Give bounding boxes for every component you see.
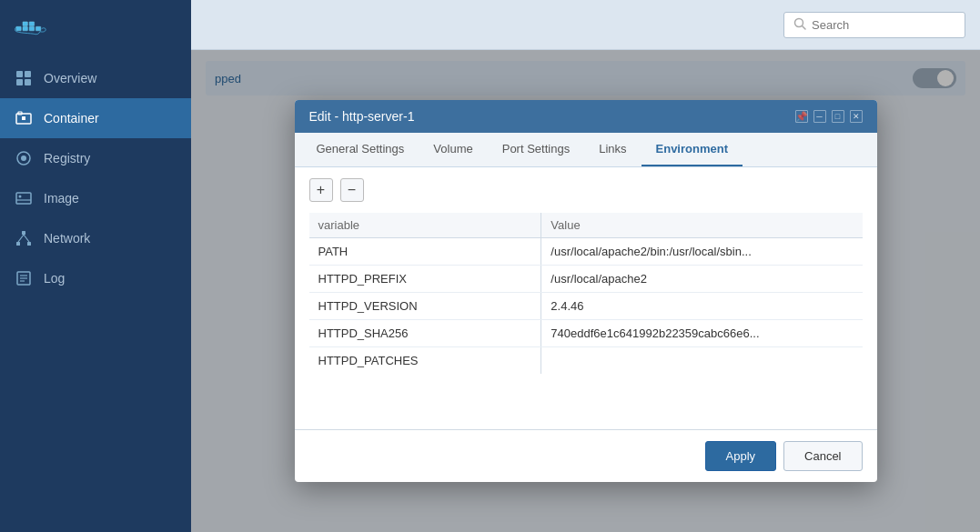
env-value-cell: /usr/local/apache2/bin:/usr/local/sbin..… [541, 238, 863, 266]
svg-rect-8 [16, 79, 23, 85]
sidebar-item-label: Overview [44, 71, 96, 85]
sidebar-item-overview[interactable]: Overview [0, 58, 191, 98]
env-variable-cell: PATH [309, 238, 541, 266]
svg-rect-1 [23, 26, 27, 31]
add-env-button[interactable]: + [309, 178, 333, 202]
app-logo [0, 0, 191, 58]
env-value-cell: 740eddf6e1c641992b22359cabc66e6... [541, 320, 863, 347]
env-value-cell [541, 347, 863, 375]
svg-rect-18 [22, 231, 25, 235]
apply-button[interactable]: Apply [705, 441, 777, 471]
col-header-value: Value [541, 213, 863, 238]
col-header-variable: variable [309, 213, 541, 238]
tab-volume[interactable]: Volume [419, 133, 487, 166]
svg-rect-20 [27, 242, 31, 246]
pin-button[interactable]: 📌 [795, 110, 808, 123]
container-icon [15, 109, 33, 127]
svg-rect-9 [25, 79, 31, 85]
env-value-cell: 2.4.46 [541, 293, 863, 320]
env-value-cell: /usr/local/apache2 [541, 266, 863, 293]
sidebar-item-label: Registry [44, 151, 90, 166]
network-icon [15, 229, 33, 247]
table-row[interactable]: HTTPD_VERSION 2.4.46 [309, 293, 863, 320]
search-icon [793, 17, 806, 33]
sidebar-item-log[interactable]: Log [0, 258, 191, 298]
maximize-button[interactable]: □ [832, 110, 844, 123]
minimize-button[interactable]: ─ [813, 110, 826, 123]
tab-environment[interactable]: Environment [642, 133, 743, 166]
env-table: variable Value PATH /usr/local/apache2/b… [309, 213, 863, 374]
sidebar-item-image[interactable]: Image [0, 178, 191, 218]
cancel-button[interactable]: Cancel [783, 441, 862, 471]
svg-rect-19 [16, 242, 20, 246]
env-variable-cell: HTTPD_PREFIX [309, 266, 541, 293]
grid-icon [15, 69, 33, 87]
env-variable-cell: HTTPD_SHA256 [309, 320, 541, 347]
toolbar-row: + − [309, 178, 863, 202]
tab-links[interactable]: Links [584, 133, 641, 166]
close-button[interactable]: ✕ [850, 110, 863, 123]
svg-rect-4 [29, 22, 34, 26]
table-row[interactable]: HTTPD_PATCHES [309, 347, 863, 375]
svg-line-22 [24, 235, 29, 242]
svg-rect-2 [23, 22, 27, 26]
svg-point-17 [19, 196, 22, 198]
tab-port-settings[interactable]: Port Settings [488, 133, 584, 166]
svg-line-28 [803, 25, 806, 29]
sidebar-item-label: Image [44, 191, 79, 206]
search-input[interactable] [812, 18, 955, 32]
remove-env-button[interactable]: − [340, 178, 364, 202]
sidebar-item-label: Log [44, 271, 65, 286]
sidebar: Overview Container Registry [0, 0, 191, 532]
env-variable-cell: HTTPD_PATCHES [309, 347, 541, 375]
svg-line-21 [18, 235, 24, 242]
svg-rect-3 [29, 26, 34, 31]
content-area: pped Edit - http-server-1 📌 ─ □ ✕ [191, 50, 980, 532]
sidebar-item-registry[interactable]: Registry [0, 138, 191, 178]
table-row[interactable]: HTTPD_PREFIX /usr/local/apache2 [309, 266, 863, 293]
topbar [191, 0, 980, 50]
svg-rect-7 [25, 71, 31, 77]
sidebar-item-label: Container [44, 111, 99, 125]
table-row[interactable]: HTTPD_SHA256 740eddf6e1c641992b22359cabc… [309, 320, 863, 347]
window-controls: 📌 ─ □ ✕ [795, 110, 863, 123]
tab-general-settings[interactable]: General Settings [302, 133, 419, 166]
sidebar-item-label: Network [44, 231, 90, 246]
search-box[interactable] [783, 12, 965, 38]
edit-modal: Edit - http-server-1 📌 ─ □ ✕ General Set… [295, 100, 877, 482]
modal-body: + − variable Value PATH /usr/local/apac [295, 167, 877, 429]
svg-rect-6 [16, 71, 23, 77]
modal-tabs: General Settings Volume Port Settings Li… [295, 133, 877, 167]
main-content: pped Edit - http-server-1 📌 ─ □ ✕ [191, 0, 980, 532]
image-icon [15, 189, 33, 207]
log-icon [15, 269, 33, 287]
sidebar-item-container[interactable]: Container [0, 98, 191, 138]
svg-rect-5 [35, 26, 40, 31]
modal-footer: Apply Cancel [295, 429, 877, 482]
table-row[interactable]: PATH /usr/local/apache2/bin:/usr/local/s… [309, 238, 863, 266]
modal-header: Edit - http-server-1 📌 ─ □ ✕ [295, 100, 877, 133]
registry-icon [15, 149, 33, 167]
modal-title: Edit - http-server-1 [309, 109, 415, 124]
svg-rect-15 [16, 193, 31, 204]
env-variable-cell: HTTPD_VERSION [309, 293, 541, 320]
svg-rect-12 [22, 116, 25, 120]
modal-overlay: Edit - http-server-1 📌 ─ □ ✕ General Set… [191, 50, 980, 532]
sidebar-item-network[interactable]: Network [0, 218, 191, 258]
svg-point-14 [21, 156, 26, 161]
